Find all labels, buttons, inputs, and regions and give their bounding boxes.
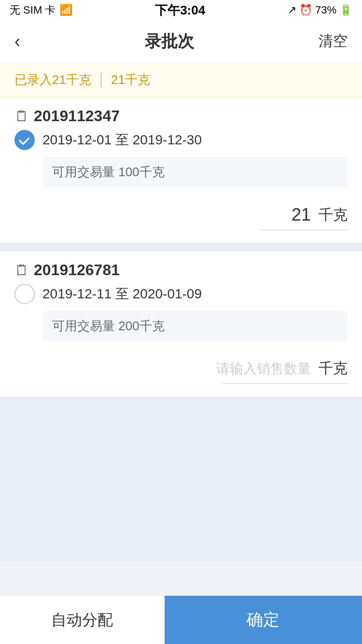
battery-text: 73% [315, 4, 336, 16]
confirm-button[interactable]: 确定 [165, 596, 362, 644]
available-box-1: 可用交易量 100千克 [42, 157, 348, 187]
batch-header-1: 🗒 2019112347 [14, 107, 348, 125]
clear-button[interactable]: 清空 [319, 31, 348, 51]
radio-button-2[interactable] [14, 284, 35, 304]
status-right: ↗ ⏰ 73% 🔋 [288, 4, 352, 16]
wifi-icon: 📶 [59, 4, 72, 16]
summary-divider [101, 73, 101, 87]
radio-button-1[interactable] [14, 130, 35, 150]
quantity-unit-2: 千克 [319, 359, 348, 378]
batch-card-1: 🗒 2019112347 2019-12-01 至 2019-12-30 可用交… [0, 98, 362, 197]
batch-card-2: 🗒 2019126781 2019-12-11 至 2020-01-09 可用交… [0, 252, 362, 351]
section-divider [0, 243, 362, 252]
carrier-text: 无 SIM 卡 [10, 3, 56, 17]
summary-value: 21千克 [111, 71, 150, 88]
batch-header-2: 🗒 2019126781 [14, 261, 348, 279]
nav-bar: ‹ 录批次 清空 [0, 20, 362, 63]
batch-date-1: 2019-12-01 至 2019-12-30 [42, 131, 202, 149]
status-time: 下午3:04 [155, 2, 205, 19]
quantity-input-row-2[interactable]: 请输入销售数量 千克 [0, 351, 362, 383]
alarm-icon: ⏰ [299, 4, 312, 16]
batch-date-row-1[interactable]: 2019-12-01 至 2019-12-30 [14, 130, 348, 150]
quantity-value-1: 21 [292, 205, 311, 225]
batch-date-2: 2019-12-11 至 2020-01-09 [42, 285, 202, 303]
quantity-row-1: 21 千克 [0, 197, 362, 230]
footer: 自动分配 确定 [0, 596, 362, 644]
status-bar: 无 SIM 卡 📶 下午3:04 ↗ ⏰ 73% 🔋 [0, 0, 362, 20]
back-button[interactable]: ‹ [14, 31, 20, 52]
status-left: 无 SIM 卡 📶 [10, 3, 72, 17]
batch-date-row-2[interactable]: 2019-12-11 至 2020-01-09 [14, 284, 348, 304]
summary-label: 已录入21千克 [14, 71, 91, 88]
page-title: 录批次 [145, 30, 194, 53]
batch-icon-1: 🗒 [14, 108, 29, 125]
batch-icon-2: 🗒 [14, 262, 29, 279]
batch-id-1: 2019112347 [34, 107, 120, 125]
battery-icon: 🔋 [339, 4, 352, 16]
available-box-2: 可用交易量 200千克 [42, 311, 348, 341]
batch-id-2: 2019126781 [34, 261, 120, 279]
summary-bar: 已录入21千克 21千克 [0, 63, 362, 98]
auto-distribute-button[interactable]: 自动分配 [0, 596, 165, 644]
location-icon: ↗ [288, 4, 296, 16]
quantity-placeholder-2: 请输入销售数量 [216, 360, 311, 378]
quantity-unit-1: 千克 [319, 205, 348, 225]
bottom-area [0, 396, 362, 560]
